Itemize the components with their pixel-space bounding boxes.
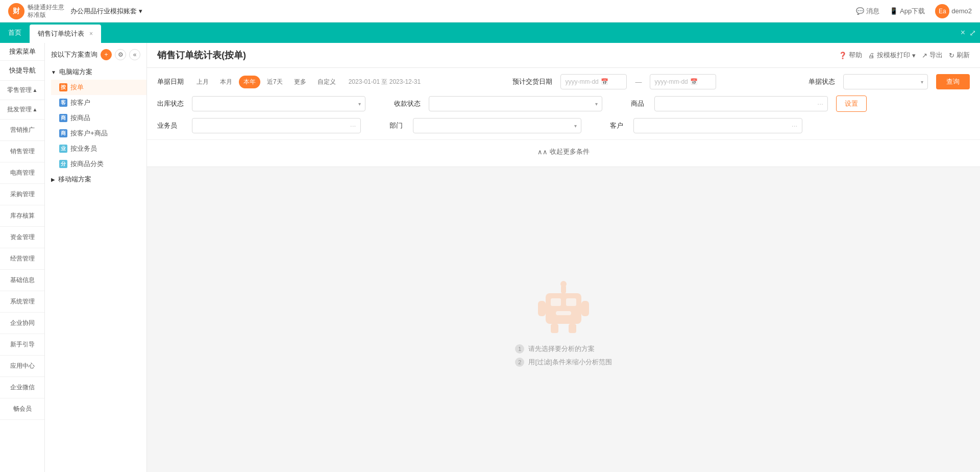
date-more-btn[interactable]: 更多 xyxy=(289,76,311,88)
settings-button[interactable]: 设置 xyxy=(836,96,867,112)
message-button[interactable]: 💬 消息 xyxy=(856,7,879,16)
empty-illustration xyxy=(533,273,594,334)
window-close-icon[interactable]: × xyxy=(961,28,965,37)
doc-status-label: 单据状态 xyxy=(808,77,835,86)
refresh-button[interactable]: ↻ 刷新 xyxy=(949,51,970,60)
scheme-by-salesperson[interactable]: 业 按业务员 xyxy=(51,141,146,156)
sidebar-item-wholesale[interactable]: 批发管理 ▲ xyxy=(0,100,44,120)
tab-close-icon[interactable]: × xyxy=(89,30,93,37)
customer-input[interactable]: ··· xyxy=(633,118,802,133)
help-icon: ❓ xyxy=(839,52,847,59)
filter-row-2: 出库状态 ▾ 收款状态 ▾ 商品 xyxy=(157,96,970,112)
sidebar-item-newbie[interactable]: 新手引导 xyxy=(0,334,44,356)
department-label: 部门 xyxy=(389,121,405,130)
window-expand-icon[interactable]: ⤢ xyxy=(969,28,976,38)
tip-num-2: 2 xyxy=(515,358,524,367)
sidebar-item-marketing[interactable]: 营销推广 xyxy=(0,120,44,141)
right-panel: 销售订单统计表(按单) ❓ 帮助 🖨 按模板打印 ▾ ↗ 导出 xyxy=(147,43,980,472)
print-button[interactable]: 🖨 按模板打印 ▾ xyxy=(868,51,916,60)
sidebar-item-app-center[interactable]: 应用中心 xyxy=(0,356,44,377)
doc-status-select[interactable]: ▾ xyxy=(843,74,928,89)
help-button[interactable]: ❓ 帮助 xyxy=(839,51,862,60)
scheme-by-goods[interactable]: 商 按商品 xyxy=(51,110,146,126)
page-title: 销售订单统计表(按单) xyxy=(157,49,246,67)
scheme-by-order[interactable]: 按 按单 xyxy=(51,80,146,95)
sidebar-item-quick-nav[interactable]: 快捷导航 xyxy=(0,61,44,81)
logo-text: 畅捷通好生意 标准版 xyxy=(28,4,64,18)
company-selector[interactable]: 办公用品行业模拟账套 ▾ xyxy=(70,7,142,16)
date-this-year-btn[interactable]: 本年 xyxy=(239,76,260,88)
app-icon: 📱 xyxy=(890,7,898,15)
scheme-by-category[interactable]: 分 按商品分类 xyxy=(51,156,146,172)
scheme-icon-category: 分 xyxy=(59,160,67,168)
scheme-by-customer[interactable]: 客 按客户 xyxy=(51,95,146,110)
main-layout: 搜索菜单 快捷导航 零售管理 ▲ 批发管理 ▲ 营销推广 销售管理 电商管理 采… xyxy=(0,43,980,472)
date-dash-icon: — xyxy=(635,78,642,86)
salesperson-input[interactable]: ··· xyxy=(192,118,361,133)
empty-tip-1: 1 请先选择要分析的方案 xyxy=(515,344,611,353)
avatar: Ea xyxy=(935,4,949,18)
date-this-month-btn[interactable]: 本月 xyxy=(215,76,237,88)
svg-rect-3 xyxy=(556,311,571,315)
sidebar-item-ecommerce[interactable]: 电商管理 xyxy=(0,162,44,184)
logo-icon: 财 xyxy=(8,3,24,19)
print-icon: 🖨 xyxy=(868,52,875,59)
sidebar-item-wechat[interactable]: 企业微信 xyxy=(0,377,44,398)
user-menu[interactable]: Ea demo2 xyxy=(935,4,972,18)
settings-scheme-button[interactable]: ⚙ xyxy=(115,49,126,60)
customer-more-icon: ··· xyxy=(792,122,798,130)
sidebar-item-retail[interactable]: 零售管理 ▲ xyxy=(0,81,44,100)
export-button[interactable]: ↗ 导出 xyxy=(922,51,943,60)
tab-sales-stats[interactable]: 销售订单统计表 × xyxy=(30,25,101,43)
more-icon: ··· xyxy=(817,100,823,108)
sidebar-item-system[interactable]: 系统管理 xyxy=(0,291,44,313)
add-scheme-button[interactable]: + xyxy=(101,49,112,60)
date-last-month-btn[interactable]: 上月 xyxy=(192,76,213,88)
date-7days-btn[interactable]: 近7天 xyxy=(262,76,287,88)
sidebar-item-finance[interactable]: 资金管理 xyxy=(0,227,44,248)
goods-input[interactable]: ··· xyxy=(654,96,828,111)
salesperson-label: 业务员 xyxy=(157,121,184,130)
export-icon: ↗ xyxy=(922,52,927,59)
tree-section-pc[interactable]: ▼ 电脑端方案 xyxy=(45,64,146,80)
empty-tip-2: 2 用[过滤]条件来缩小分析范围 xyxy=(515,358,611,367)
left-panel-actions: + ⚙ « xyxy=(101,49,140,60)
expected-date-start[interactable]: yyyy-mm-dd 📅 xyxy=(560,74,627,89)
print-arrow-icon: ▾ xyxy=(912,52,916,59)
empty-state: 1 请先选择要分析的方案 2 用[过滤]条件来缩小分析范围 xyxy=(147,167,980,472)
app-download-button[interactable]: 📱 App下载 xyxy=(890,7,925,16)
query-button[interactable]: 查询 xyxy=(936,74,970,89)
collapse-section: ∧∧ 收起更多条件 xyxy=(147,139,980,167)
chevron-down-icon: ▾ xyxy=(358,101,361,107)
sidebar-item-enterprise[interactable]: 企业协同 xyxy=(0,313,44,334)
expected-date-end[interactable]: yyyy-mm-dd 📅 xyxy=(650,74,716,89)
expected-date-label: 预计交货日期 xyxy=(512,77,552,86)
svg-point-5 xyxy=(560,281,567,287)
svg-rect-6 xyxy=(538,301,546,316)
date-filter-options: 上月 本月 本年 近7天 更多 自定义 xyxy=(192,76,340,88)
payment-status-select[interactable]: ▾ xyxy=(429,96,602,111)
tab-home[interactable]: 首页 xyxy=(0,22,30,43)
out-status-select[interactable]: ▾ xyxy=(192,96,365,111)
date-custom-btn[interactable]: 自定义 xyxy=(313,76,340,88)
sidebar-item-operations[interactable]: 经营管理 xyxy=(0,248,44,270)
sidebar-item-member[interactable]: 畅会员 xyxy=(0,398,44,420)
svg-rect-8 xyxy=(551,324,558,333)
chevron-down-icon: ▾ xyxy=(595,101,598,107)
message-icon: 💬 xyxy=(856,7,864,15)
sidebar-item-basic[interactable]: 基础信息 xyxy=(0,270,44,291)
collapse-button[interactable]: ∧∧ 收起更多条件 xyxy=(157,143,970,160)
goods-label: 商品 xyxy=(631,99,646,108)
sidebar-item-inventory[interactable]: 库存核算 xyxy=(0,205,44,227)
sidebar-item-sales[interactable]: 销售管理 xyxy=(0,141,44,162)
department-select[interactable]: ▾ xyxy=(413,118,582,133)
payment-status-label: 收款状态 xyxy=(394,99,421,108)
sidebar-item-purchase[interactable]: 采购管理 xyxy=(0,184,44,205)
scheme-icon-customer: 客 xyxy=(59,99,67,107)
sidebar-item-search[interactable]: 搜索菜单 xyxy=(0,43,44,61)
scheme-by-customer-goods[interactable]: 商 按客户+商品 xyxy=(51,126,146,141)
tree-section-mobile[interactable]: ▶ 移动端方案 xyxy=(45,172,146,187)
left-panel: 按以下方案查询 + ⚙ « ▼ 电脑端方案 按 按单 客 按客户 xyxy=(45,43,147,472)
collapse-panel-button[interactable]: « xyxy=(129,49,140,60)
chevron-down-icon: ▾ xyxy=(139,7,142,15)
